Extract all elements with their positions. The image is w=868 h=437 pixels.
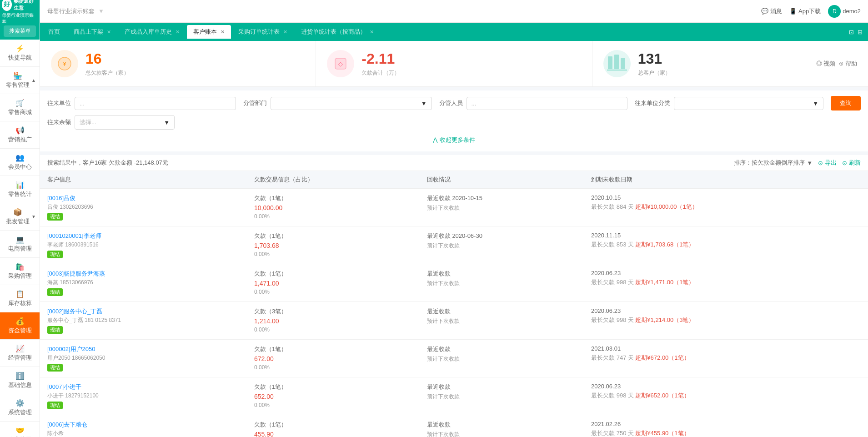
debt-percent-0: 0.00%	[254, 213, 412, 220]
sidebar-item-system[interactable]: ⚙️ 系统管理	[0, 394, 40, 422]
overdue-link-6[interactable]: 超期¥455.90（1笔）	[635, 430, 689, 437]
sidebar-item-finance[interactable]: 💰 资金管理	[0, 312, 40, 340]
filter-dept: 分管部门 ▼	[243, 97, 432, 110]
filter-dept-input[interactable]: ▼	[271, 97, 432, 110]
overdue-link-0[interactable]: 超期¥10,000.00（1笔）	[635, 203, 697, 210]
overdue-info-0: 最长欠款 884 天 超期¥10,000.00（1笔）	[591, 203, 861, 211]
close-tab-4[interactable]: ✕	[283, 29, 287, 35]
sidebar-item-mall[interactable]: 🛒 零售商城	[0, 94, 40, 121]
debt-amount-1[interactable]: 1,703.68	[254, 242, 412, 249]
cell-recovery-5: 最近收款 预计下次收款	[420, 377, 584, 415]
debt-amount-6[interactable]: 455.90	[254, 431, 412, 437]
message-button[interactable]: 💬 消息	[761, 7, 782, 15]
stat-info-debt-customers: 16 总欠款客户（家）	[85, 50, 129, 77]
cell-debt-4: 欠款（1笔） 672.00 0.00%	[247, 340, 420, 377]
debt-amount-5[interactable]: 652.00	[254, 393, 412, 400]
customer-name-4[interactable]: [000002]用户2050	[47, 345, 240, 353]
stat-info-total-customers: 131 总客户（家）	[638, 50, 671, 77]
overdue-link-2[interactable]: 超期¥1,471.00（1笔）	[635, 279, 694, 286]
overdue-link-5[interactable]: 超期¥652.00（1笔）	[635, 392, 689, 399]
overdue-link-3[interactable]: 超期¥1,214.00（3笔）	[635, 316, 694, 323]
svg-text:◇: ◇	[338, 60, 343, 67]
member-icon: 👥	[4, 153, 36, 162]
debt-amount-4[interactable]: 672.00	[254, 355, 412, 362]
close-tab-2[interactable]: ✕	[176, 29, 180, 35]
cell-recovery-6: 最近收款 预计下次收款	[420, 415, 584, 437]
sidebar-item-operations[interactable]: 📈 经营管理	[0, 340, 40, 367]
cell-customer-3: [0002]服务中心_丁磊 服务中心_丁磊 181 0125 8371 现结	[40, 302, 247, 340]
customer-name-5[interactable]: [0007]小进干	[47, 383, 240, 391]
tab-window-restore[interactable]: ⊡	[849, 29, 854, 35]
sidebar-item-purchase[interactable]: 🛍️ 采购管理	[0, 258, 40, 285]
help-link[interactable]: ⊙ 帮助	[839, 60, 857, 68]
recovery-date-5: 最近收款	[427, 383, 577, 391]
cell-recovery-2: 最近收款 预计下次收款	[420, 264, 584, 302]
debt-amount-0[interactable]: 10,000.00	[254, 204, 412, 211]
customer-name-6[interactable]: [0006]去下粮仓	[47, 421, 240, 429]
overdue-date-0: 2020.10.15	[591, 194, 861, 201]
filter-supplier-input[interactable]: ...	[75, 97, 236, 110]
table-row: [0001020001]李老师 李老师 18600391516 现结 欠款（1笔…	[40, 226, 868, 264]
search-menu-button[interactable]: 搜索菜单	[4, 25, 36, 37]
close-tab-3[interactable]: ✕	[221, 29, 225, 35]
tab-home[interactable]: 首页	[42, 25, 66, 39]
filter-category-input[interactable]: ▼	[674, 97, 823, 110]
sidebar-item-wholesale[interactable]: 📦 批发管理 ▼	[0, 203, 40, 231]
app-logo: 好 畅捷通好生意 母婴行业演示账套	[0, 0, 40, 23]
svg-text:¥: ¥	[62, 60, 66, 67]
tab-product-history[interactable]: 产成品入库单历史 ✕	[118, 25, 186, 39]
refresh-button[interactable]: ⊙ 刷新	[842, 159, 861, 167]
filter-section: 往来单位 ... 分管部门 ▼ 分管人员 ...	[40, 90, 868, 151]
search-button[interactable]: 查询	[831, 96, 861, 111]
customer-name-0[interactable]: [0016]吕俊	[47, 194, 240, 202]
debt-amount-2[interactable]: 1,471.00	[254, 280, 412, 287]
customer-name-2[interactable]: [0003]畅捷服务尹海蒸	[47, 270, 240, 278]
app-download-button[interactable]: 📱 App下载	[789, 7, 821, 15]
cell-debt-0: 欠款（1笔） 10,000.00 0.00%	[247, 189, 420, 226]
filter-balance-input[interactable]: 选择... ▼	[75, 115, 175, 130]
customer-name-1[interactable]: [0001020001]李老师	[47, 232, 240, 240]
tab-maximize[interactable]: ⊞	[858, 29, 863, 35]
table-header: 客户信息 欠款交易信息（占比） 回收情况 到期未收款日期	[40, 171, 868, 189]
sidebar-item-marketing[interactable]: 📢 营销推广	[0, 121, 40, 149]
sidebar-item-inventory[interactable]: 📋 库存核算	[0, 285, 40, 312]
sidebar-item-retail-stats[interactable]: 📊 零售统计	[0, 176, 40, 203]
tab-customer-account[interactable]: 客户账本 ✕	[187, 25, 231, 39]
sidebar-item-basic-info[interactable]: ℹ️ 基础信息	[0, 367, 40, 394]
sidebar-item-collaboration[interactable]: 🤝 企业协同	[0, 422, 40, 437]
cell-recovery-3: 最近收款 预计下次收款	[420, 302, 584, 340]
customer-name-3[interactable]: [0002]服务中心_丁磊	[47, 307, 240, 316]
filter-person-input[interactable]: ...	[467, 97, 628, 110]
debt-percent-5: 0.00%	[254, 402, 412, 408]
sidebar-item-ecommerce[interactable]: 💻 电商管理	[0, 231, 40, 258]
overdue-link-4[interactable]: 超期¥672.00（1笔）	[635, 354, 689, 361]
debt-amount-3[interactable]: 1,214.00	[254, 317, 412, 325]
tab-purchase-stats[interactable]: 进货单统计表（按商品） ✕	[295, 25, 380, 39]
close-tab-1[interactable]: ✕	[107, 29, 111, 35]
mall-icon: 🛒	[4, 99, 36, 107]
overdue-link-1[interactable]: 超期¥1,703.68（1笔）	[635, 241, 694, 248]
overdue-days-6: 最长欠款 750 天	[591, 430, 634, 437]
stat-label-total-customers: 总客户（家）	[638, 69, 671, 77]
tab-product-publish[interactable]: 商品上下架 ✕	[67, 25, 117, 39]
sort-button[interactable]: 排序：按欠款金额倒序排序 ▼	[734, 159, 813, 167]
recovery-date-4: 最近收款	[427, 345, 577, 353]
inventory-icon: 📋	[4, 290, 36, 298]
svg-rect-5	[614, 55, 619, 69]
stat-card-total-customers: 131 总客户（家） ◎ 视频 ⊙ 帮助	[592, 41, 868, 86]
cell-overdue-2: 2020.06.23 最长欠款 998 天 超期¥1,471.00（1笔）	[584, 264, 868, 302]
overdue-info-6: 最长欠款 750 天 超期¥455.90（1笔）	[591, 429, 861, 437]
table-row: [000002]用户2050 用户2050 18665062050 现结 欠款（…	[40, 340, 868, 377]
phone-icon: 📱	[789, 8, 797, 15]
marketing-icon: 📢	[4, 126, 36, 135]
close-tab-5[interactable]: ✕	[370, 29, 374, 35]
tab-purchase-order[interactable]: 采购订单统计表 ✕	[232, 25, 294, 39]
collapse-button[interactable]: ⋀ 收起更多条件	[47, 134, 861, 146]
recovery-next-5: 预计下次收款	[427, 393, 577, 401]
export-button[interactable]: ⊙ 导出	[818, 159, 837, 167]
sidebar-item-member[interactable]: 👥 会员中心	[0, 149, 40, 176]
user-menu-button[interactable]: D demo2	[828, 5, 861, 18]
video-link[interactable]: ◎ 视频	[816, 60, 836, 68]
sidebar-item-quick-nav[interactable]: ⚡ 快捷导航	[0, 40, 40, 67]
sidebar-item-retail-mgmt[interactable]: 🏪 零售管理 ▲	[0, 67, 40, 94]
